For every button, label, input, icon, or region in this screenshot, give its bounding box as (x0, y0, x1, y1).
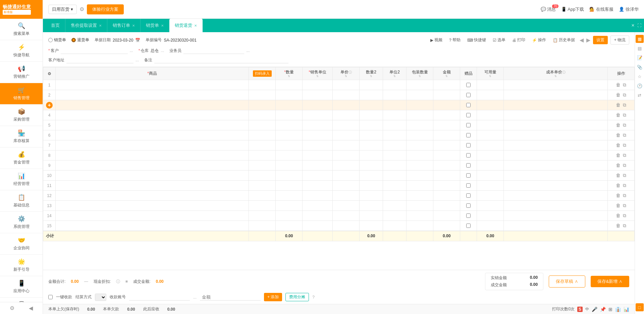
amount-cell-8[interactable] (433, 150, 460, 161)
tab-close-sales-order[interactable]: ✕ (132, 24, 135, 27)
amount-cell-15[interactable] (433, 221, 460, 231)
product-cell-2[interactable] (56, 90, 249, 100)
product-cell-13[interactable] (56, 201, 249, 211)
packqty-cell-5[interactable] (407, 120, 433, 130)
sidebar-item-search[interactable]: 🔍 搜索菜单 (0, 19, 43, 40)
app-download[interactable]: 📱 App下载 (561, 6, 584, 12)
gift-checkbox-7[interactable] (466, 143, 471, 147)
costprice-cell-1[interactable] (504, 80, 608, 90)
right-icon-convert[interactable]: ⇄ (636, 91, 644, 99)
qty-cell-9[interactable] (276, 161, 303, 171)
unit2-sort-icon[interactable]: ⇅ (386, 75, 404, 78)
amount-cell-5[interactable] (433, 120, 460, 130)
price-cell-3[interactable] (333, 100, 360, 110)
delete-btn-13[interactable]: 🗑 (615, 202, 621, 209)
tab-sales-return[interactable]: 销货退货✕ (169, 19, 203, 32)
radio-return[interactable]: 退货单 (71, 37, 89, 43)
sidebar-item-sales[interactable]: 🛒 销售管理 (0, 83, 43, 105)
qty2-cell-13[interactable] (360, 201, 383, 211)
delete-btn-8[interactable]: 🗑 (615, 152, 621, 159)
customer-dots[interactable]: ... (130, 48, 133, 53)
available-sort-icon[interactable]: ⇅ (480, 75, 501, 78)
unit-cell-5[interactable] (303, 120, 333, 130)
product-cell-10[interactable] (56, 171, 249, 181)
amount-cell-2[interactable] (433, 90, 460, 100)
qty2-cell-9[interactable] (360, 161, 383, 171)
product-cell-11[interactable] (56, 181, 249, 191)
price-cell-11[interactable] (333, 181, 360, 191)
packqty-sort-icon[interactable]: ⇅ (409, 75, 430, 78)
available-cell-4[interactable] (477, 110, 504, 120)
gift-cell-10[interactable] (460, 171, 477, 181)
packqty-cell-1[interactable] (407, 80, 433, 90)
unit2-cell-4[interactable] (383, 110, 407, 120)
gift-checkbox-5[interactable] (466, 123, 471, 127)
warehouse-dots[interactable]: ... (161, 48, 164, 53)
gift-cell-4[interactable] (460, 110, 477, 120)
qty-cell-7[interactable] (276, 140, 303, 150)
qty-cell-4[interactable] (276, 110, 303, 120)
gift-cell-9[interactable] (460, 161, 477, 171)
delete-btn-6[interactable]: 🗑 (615, 132, 621, 138)
unit-cell-7[interactable] (303, 140, 333, 150)
qty-cell-14[interactable] (276, 211, 303, 221)
footer-icon-shirt[interactable]: 👔 (615, 307, 621, 312)
price-cell-5[interactable] (333, 120, 360, 130)
costprice-cell-3[interactable] (504, 100, 608, 110)
gift-cell-1[interactable] (460, 80, 477, 90)
qty2-cell-1[interactable] (360, 80, 383, 90)
unit2-cell-2[interactable] (383, 90, 407, 100)
price-cell-1[interactable] (333, 80, 360, 90)
available-cell-14[interactable] (477, 211, 504, 221)
packqty-cell-9[interactable] (407, 161, 433, 171)
copy-btn-9[interactable]: ⧉ (622, 162, 627, 169)
sidebar-item-basic[interactable]: 📋 基础信息 (0, 190, 43, 212)
unit-cell-4[interactable] (303, 110, 333, 120)
radio-sales[interactable]: 销货单 (48, 37, 66, 43)
gift-checkbox-2[interactable] (466, 93, 471, 97)
product-input-4[interactable] (58, 113, 246, 118)
qty2-cell-10[interactable] (360, 171, 383, 181)
gift-checkbox-8[interactable] (466, 153, 471, 158)
amount-cell-1[interactable] (433, 80, 460, 90)
qty-cell-13[interactable] (276, 201, 303, 211)
unit-cell-11[interactable] (303, 181, 333, 191)
costprice-cell-14[interactable] (504, 211, 608, 221)
unit2-cell-8[interactable] (383, 150, 407, 161)
gift-cell-14[interactable] (460, 211, 477, 221)
product-input-1[interactable] (58, 82, 246, 87)
gift-checkbox-10[interactable] (466, 173, 471, 178)
unit2-cell-3[interactable] (383, 100, 407, 110)
qty-cell-1[interactable] (276, 80, 303, 90)
qty-cell-8[interactable] (276, 150, 303, 161)
qty-cell-15[interactable] (276, 221, 303, 231)
costprice-cell-2[interactable] (504, 90, 608, 100)
copy-btn-15[interactable]: ⧉ (622, 222, 627, 229)
amount-cell-4[interactable] (433, 110, 460, 120)
right-icon-star[interactable]: ☆ (636, 72, 644, 80)
price-cell-7[interactable] (333, 140, 360, 150)
unit-sort-icon[interactable]: ⇅ (305, 75, 330, 78)
available-cell-1[interactable] (477, 80, 504, 90)
unit-cell-14[interactable] (303, 211, 333, 221)
costprice-cell-8[interactable] (504, 150, 608, 161)
right-icon-view1[interactable]: ▦ (636, 35, 644, 43)
quantity-sort-icon[interactable]: ⇅ (278, 75, 300, 78)
sidebar-item-wechat[interactable]: 💬 企业微信 (0, 298, 43, 302)
shortcut-btn[interactable]: ⌨ 快捷键 (465, 37, 488, 44)
address-input[interactable] (66, 57, 133, 63)
product-input-6[interactable] (58, 133, 246, 138)
amount-cell-6[interactable] (433, 130, 460, 140)
settings-gear-icon[interactable]: ⚙ (48, 71, 51, 76)
nav-prev-icon[interactable]: ◀ (580, 37, 584, 43)
product-cell-14[interactable] (56, 211, 249, 221)
logistics-btn[interactable]: + 物流 (610, 36, 629, 45)
product-input-8[interactable] (58, 153, 246, 158)
gift-checkbox-3[interactable] (466, 103, 471, 107)
gift-cell-5[interactable] (460, 120, 477, 130)
product-cell-15[interactable] (56, 221, 249, 231)
available-cell-3[interactable] (477, 100, 504, 110)
available-cell-13[interactable] (477, 201, 504, 211)
price-cell-8[interactable] (333, 150, 360, 161)
costprice-cell-12[interactable] (504, 191, 608, 201)
